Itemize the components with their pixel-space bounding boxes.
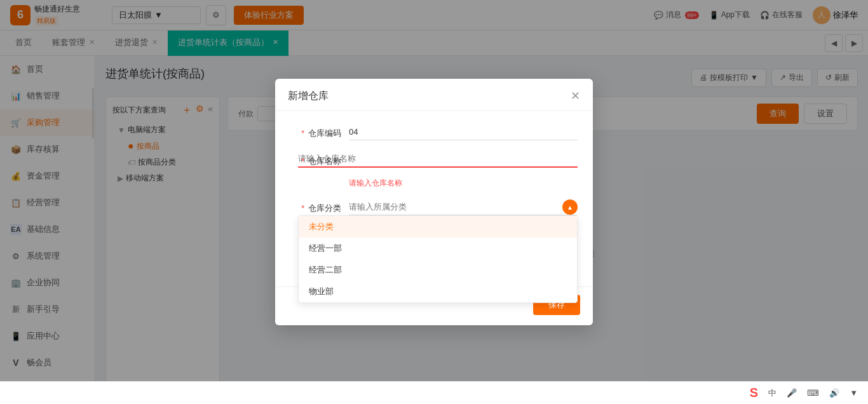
dialog-header: 新增仓库 ✕ — [275, 79, 593, 111]
bottom-keyboard-icon[interactable]: ⌨ — [807, 388, 819, 398]
dialog-body: * 仓库编码 * 仓库名称 请输入仓库名称 — [275, 111, 593, 286]
bottom-bar: S 中 🎤 ⌨ 🔊 ▼ — [0, 381, 868, 404]
bottom-zh-icon: 中 — [768, 387, 776, 399]
name-label: * 仓库名称 — [290, 152, 341, 167]
code-label: * 仓库编码 — [290, 124, 341, 139]
dropdown-item-uncat[interactable]: 未分类 — [299, 216, 577, 238]
category-dropdown: 未分类 经营一部 经营二部 物业部 — [298, 215, 578, 303]
dialog-close-button[interactable]: ✕ — [571, 89, 580, 103]
category-select-container: ▲ 未分类 经营一部 经营二部 物业部 — [349, 199, 578, 215]
bottom-mic-icon[interactable]: 🎤 — [787, 388, 797, 398]
dialog-overlay: 新增仓库 ✕ * 仓库编码 * 仓库名称 — [0, 0, 868, 404]
dialog-title: 新增仓库 — [288, 90, 329, 103]
bottom-speaker-icon[interactable]: 🔊 — [829, 388, 839, 398]
category-row: * 仓库分类 ▲ 未分类 经营一部 经营二部 — [290, 199, 578, 215]
code-input[interactable] — [349, 124, 578, 140]
name-error-msg: 请输入仓库名称 — [349, 178, 527, 189]
category-label: * 仓库分类 — [290, 199, 341, 214]
dropdown-item-dept2[interactable]: 经营二部 — [299, 259, 577, 281]
new-warehouse-dialog: 新增仓库 ✕ * 仓库编码 * 仓库名称 — [275, 79, 593, 325]
dropdown-item-dept3[interactable]: 物业部 — [299, 281, 577, 302]
bottom-logo-icon: S — [750, 386, 758, 400]
error-text: 请输入仓库名称 — [349, 178, 402, 187]
code-row: * 仓库编码 — [290, 124, 578, 140]
bottom-settings-icon[interactable]: ▼ — [850, 388, 858, 398]
category-toggle-button[interactable]: ▲ — [562, 199, 578, 215]
category-input[interactable] — [349, 199, 578, 215]
name-row: * 仓库名称 请输入仓库名称 — [290, 151, 578, 189]
dropdown-item-dept1[interactable]: 经营一部 — [299, 238, 577, 259]
